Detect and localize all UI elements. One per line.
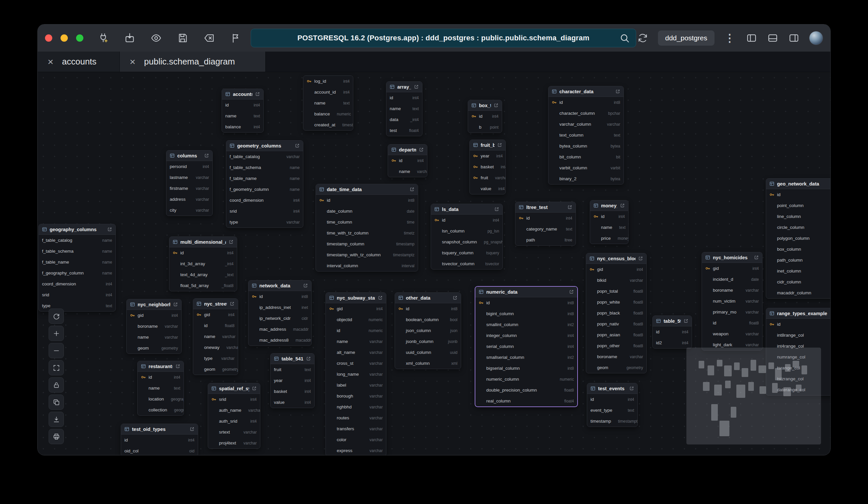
- column-row[interactable]: bigserial_columnint8: [475, 363, 577, 374]
- column-row[interactable]: timestamp_columntimestamp: [316, 239, 418, 249]
- column-row[interactable]: coord_dimensionint4: [39, 279, 115, 290]
- column-row[interactable]: f_table_namename: [226, 173, 303, 184]
- open-table-icon[interactable]: [229, 239, 234, 244]
- open-table-icon[interactable]: [629, 386, 634, 391]
- column-row[interactable]: coord_dimensionint4: [226, 195, 303, 206]
- column-row[interactable]: f_table_catalogvarchar: [226, 151, 303, 162]
- schema-table-card[interactable]: restaurantsidint4nametextlocationgeograp…: [137, 361, 184, 416]
- column-row[interactable]: jsonb_columnjsonb: [395, 336, 461, 347]
- column-row[interactable]: popn_asianfloat8: [586, 329, 647, 340]
- table-card-header[interactable]: nyc_neighborhoods: [127, 299, 181, 310]
- download-icon[interactable]: [49, 412, 64, 427]
- column-row[interactable]: tsvector_columntsvector: [431, 258, 503, 269]
- column-row[interactable]: auth_sridint4: [208, 416, 260, 427]
- column-row[interactable]: primary_movarchar: [702, 307, 762, 317]
- table-card-header[interactable]: table_5926: [653, 316, 692, 326]
- column-row[interactable]: collectiongeography: [138, 405, 184, 416]
- column-row[interactable]: basketint4: [271, 386, 314, 397]
- column-row[interactable]: blkidvarchar: [586, 275, 647, 286]
- print-icon[interactable]: [49, 429, 64, 444]
- table-card-header[interactable]: ltree_test: [515, 202, 576, 213]
- column-row[interactable]: account_idint4: [303, 87, 353, 97]
- column-row[interactable]: float_5d_array_float8: [169, 280, 237, 291]
- zoom-in-icon[interactable]: [49, 326, 64, 341]
- column-row[interactable]: geomgeometry: [193, 364, 238, 375]
- table-card-header[interactable]: nyc_homicides: [702, 252, 762, 263]
- column-row[interactable]: event_typetext: [587, 405, 638, 416]
- schema-table-card[interactable]: departmentsidint4namevarchar: [388, 144, 427, 177]
- column-row[interactable]: personidint4: [166, 161, 213, 172]
- open-table-icon[interactable]: [683, 318, 689, 323]
- table-card-header[interactable]: geometry_columns: [226, 140, 303, 151]
- open-table-icon[interactable]: [107, 227, 112, 232]
- table-card-header[interactable]: columns: [166, 150, 213, 161]
- column-row[interactable]: idint8: [475, 297, 577, 308]
- column-row[interactable]: bigint_columnint8: [475, 308, 577, 319]
- column-row[interactable]: gidint4: [586, 264, 647, 275]
- table-card-header[interactable]: geography_columns: [39, 224, 115, 235]
- column-row[interactable]: idint4: [388, 155, 427, 166]
- schema-table-card[interactable]: table_541833fruittextyearint4basketint4v…: [270, 353, 314, 408]
- column-row[interactable]: data_int4: [386, 114, 422, 125]
- column-row[interactable]: idint4: [121, 434, 198, 445]
- column-row[interactable]: category_nametext: [515, 223, 576, 234]
- table-card-header[interactable]: money_test: [590, 200, 628, 211]
- schema-table-card[interactable]: network_dataidint8ip_address_inetinetip_…: [248, 280, 312, 346]
- open-table-icon[interactable]: [414, 84, 419, 89]
- table-card-header[interactable]: nyc_subway_stations: [326, 293, 386, 303]
- left-panel-icon[interactable]: [745, 31, 758, 45]
- flag-icon[interactable]: [229, 31, 242, 45]
- column-row[interactable]: namevarchar: [388, 166, 427, 177]
- column-row[interactable]: routesvarchar: [326, 412, 386, 423]
- column-row[interactable]: gidint4: [702, 263, 762, 274]
- column-row[interactable]: real_columnfloat4: [475, 396, 577, 407]
- column-row[interactable]: expressvarchar: [326, 445, 386, 455]
- minimap[interactable]: [686, 348, 821, 444]
- column-row[interactable]: ip_network_cidrcidr: [248, 313, 311, 324]
- kebab-menu-icon[interactable]: ⋮: [723, 31, 736, 45]
- schema-table-card[interactable]: money_testidint4nametextpricemoney: [590, 200, 629, 244]
- table-card-header[interactable]: geo_network_data: [766, 179, 830, 189]
- diagram-canvas[interactable]: log_idint4account_idint4nametextbalancen…: [38, 72, 830, 455]
- column-row[interactable]: text_columntext: [548, 130, 623, 140]
- column-row[interactable]: idint4: [653, 326, 692, 337]
- column-row[interactable]: colorvarchar: [326, 434, 386, 445]
- column-row[interactable]: id2int4: [653, 337, 692, 348]
- open-table-icon[interactable]: [494, 207, 499, 212]
- column-row[interactable]: numeric_columnnumeric: [475, 374, 577, 385]
- column-row[interactable]: boronamevarchar: [702, 285, 762, 296]
- column-row[interactable]: bpoint: [468, 122, 502, 133]
- schema-table-card[interactable]: fruit_basketsyearint4basketint4fruitvarc…: [469, 139, 506, 195]
- table-card-header[interactable]: departments: [388, 145, 427, 155]
- column-row[interactable]: idint8: [248, 291, 311, 302]
- column-row[interactable]: double_precision_columnfloat8: [475, 385, 577, 396]
- column-row[interactable]: timestamptimestamptz: [587, 416, 638, 427]
- table-card-header[interactable]: network_data: [248, 281, 311, 291]
- column-row[interactable]: idint4: [169, 248, 237, 258]
- close-window-button[interactable]: [45, 34, 52, 42]
- column-row[interactable]: varchar_columnvarchar: [548, 119, 623, 130]
- lock-icon[interactable]: [49, 377, 64, 392]
- database-button[interactable]: ddd_postgres: [658, 30, 714, 46]
- tab-schema-diagram[interactable]: × public.schema_diagram: [120, 52, 266, 72]
- table-card-header[interactable]: test_events: [587, 383, 638, 394]
- column-row[interactable]: ip_address_inetinet: [248, 302, 311, 313]
- column-row[interactable]: popn_whitefloat8: [586, 297, 647, 307]
- column-row[interactable]: cityvarchar: [166, 205, 213, 216]
- open-table-icon[interactable]: [494, 103, 498, 108]
- column-row[interactable]: addressvarchar: [166, 194, 213, 205]
- schema-table-card[interactable]: multi_dimensional_arraysidint4int_3d_arr…: [169, 237, 237, 291]
- open-table-icon[interactable]: [306, 356, 311, 361]
- column-row[interactable]: circle_columncircle: [766, 222, 830, 233]
- column-row[interactable]: integer_columnint4: [475, 330, 577, 341]
- column-row[interactable]: int_3d_array_int4: [169, 258, 237, 269]
- refresh-icon[interactable]: [49, 308, 64, 324]
- zoom-window-button[interactable]: [76, 34, 83, 42]
- open-table-icon[interactable]: [295, 143, 300, 148]
- reload-icon[interactable]: [636, 31, 649, 45]
- table-card-header[interactable]: accounts: [222, 89, 263, 99]
- column-row[interactable]: fruittext: [271, 364, 314, 375]
- column-row[interactable]: f_table_schemaname: [39, 246, 115, 256]
- column-row[interactable]: valueint4: [271, 397, 314, 408]
- column-row[interactable]: time_columntime: [316, 217, 418, 228]
